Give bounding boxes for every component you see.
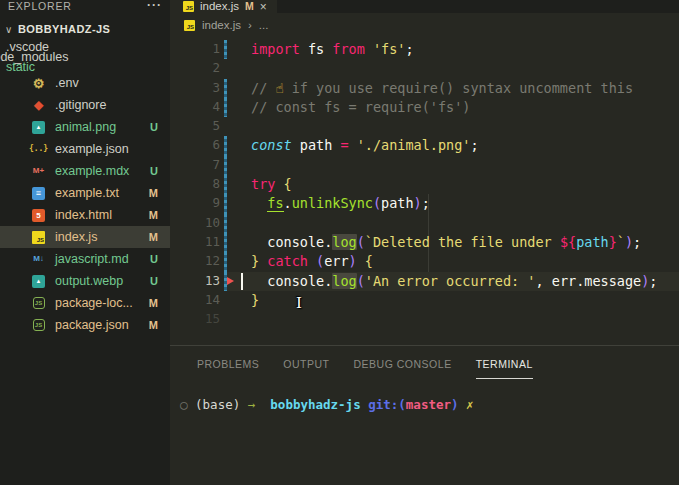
code-line-7[interactable]: 7 (170, 156, 679, 175)
breadcrumb[interactable]: JS index.js › ... (170, 13, 679, 37)
line-number: 11 (170, 234, 220, 249)
tree-item-label: example.txt (55, 186, 119, 200)
code-line-11[interactable]: 11 console.log(`Deleted the file under $… (170, 233, 679, 252)
code-line-6[interactable]: 6const path = './animal.png'; (170, 136, 679, 155)
tree-file-output-webp[interactable]: ▲output.webpU (0, 270, 170, 292)
git-gutter-indicator (224, 252, 227, 271)
bottom-panel: PROBLEMSOUTPUTDEBUG CONSOLETERMINAL ○ (b… (170, 345, 679, 485)
tab-modified-badge: M (245, 0, 254, 12)
tree-file-javascript-md[interactable]: M↓javascript.mdU (0, 248, 170, 270)
code-line-14[interactable]: 14} (170, 291, 679, 310)
line-content: console.log('An error occurred: ', err.m… (251, 272, 657, 291)
tree-file-example-txt[interactable]: ≡example.txtM (0, 182, 170, 204)
code-line-9[interactable]: 9 fs.unlinkSync(path); (170, 194, 679, 213)
breadcrumb-symbol[interactable]: ... (259, 19, 269, 31)
line-content: try { (251, 175, 292, 194)
tree-file-index-html[interactable]: 5index.htmlM (0, 204, 170, 226)
editor-group: JS index.js M × JS index.js › ... 1impor… (170, 0, 679, 485)
line-number: 1 (170, 41, 220, 56)
vscode-window: EXPLORER ··· ∨ BOBBYHADZ-JS ›✕.vscode›no… (0, 0, 679, 485)
tree-file-example-json[interactable]: {..}example.json (0, 138, 170, 160)
terminal-segment-pl: (base) (188, 397, 248, 412)
file-icon-slot: ⚙ (31, 77, 46, 90)
git-status-badge: U (150, 165, 158, 177)
package-icon: JS (33, 319, 45, 331)
file-icon-slot: 5 (31, 209, 46, 222)
js-icon: JS (32, 231, 45, 244)
code-line-15[interactable]: 15 (170, 310, 679, 329)
terminal-prompt[interactable]: ○ (base) → bobbyhadz-js git:(master) ✗ (180, 397, 474, 412)
line-content: } catch (err) { (251, 252, 373, 271)
git-status-badge: M (149, 319, 158, 331)
file-icon-slot: ▲ (31, 121, 46, 134)
file-tree: ›✕.vscode›node_modules›static⚙.env◆.giti… (0, 42, 170, 336)
line-number: 13 (170, 273, 220, 288)
line-content: fs.unlinkSync(path); (251, 194, 430, 213)
json-braces-icon: {..} (29, 145, 48, 153)
tree-file--env[interactable]: ⚙.env (0, 72, 170, 94)
code-line-1[interactable]: 1import fs from 'fs'; (170, 40, 679, 59)
tree-file-package-json[interactable]: JSpackage.jsonM (0, 314, 170, 336)
code-line-13[interactable]: 13 console.log('An error occurred: ', er… (170, 272, 679, 291)
code-area[interactable]: 1import fs from 'fs';23// ☝ if you use r… (170, 40, 679, 329)
terminal-segment-git: ) (451, 397, 459, 412)
breadcrumb-separator-icon: › (248, 19, 252, 31)
env-gear-icon: ⚙ (33, 77, 45, 90)
explorer-more-actions-icon[interactable]: ··· (147, 0, 162, 12)
line-content: // const fs = require('fs') (251, 98, 470, 117)
git-diamond-icon: ◆ (34, 99, 43, 111)
mouse-ibeam-cursor: I (296, 294, 302, 312)
workspace-root-item[interactable]: ∨ BOBBYHADZ-JS (0, 19, 170, 39)
code-line-10[interactable]: 10 (170, 214, 679, 233)
explorer-sidebar: EXPLORER ··· ∨ BOBBYHADZ-JS ›✕.vscode›no… (0, 0, 170, 485)
tab-index-js[interactable]: JS index.js M × (170, 0, 277, 13)
tree-item-label: example.mdx (55, 164, 129, 178)
git-gutter-indicator (224, 175, 227, 194)
tree-file--gitignore[interactable]: ◆.gitignore (0, 94, 170, 116)
terminal-segment-dir: bobbyhadz-js (270, 397, 360, 412)
line-number: 8 (170, 176, 220, 191)
panel-tab-terminal[interactable]: TERMINAL (476, 358, 533, 379)
code-line-4[interactable]: 4// const fs = require('fs') (170, 98, 679, 117)
tree-file-index-js[interactable]: JSindex.jsM (0, 226, 170, 248)
panel-tab-debug-console[interactable]: DEBUG CONSOLE (354, 358, 452, 379)
git-gutter-indicator (224, 136, 227, 155)
panel-tab-problems[interactable]: PROBLEMS (197, 358, 259, 379)
markdown-icon: M↓ (33, 255, 44, 263)
tab-close-icon[interactable]: × (260, 2, 267, 12)
panel-tab-output[interactable]: OUTPUT (283, 358, 329, 379)
git-status-badge: M (149, 209, 158, 221)
editor-tab-bar: JS index.js M × (170, 0, 679, 13)
explorer-title: EXPLORER (8, 0, 72, 12)
text-cursor (241, 273, 243, 290)
file-icon-slot: JS (31, 297, 46, 309)
mdx-icon: M+ (33, 167, 44, 175)
tree-item-label: index.js (55, 230, 97, 244)
code-line-12[interactable]: 12} catch (err) { (170, 252, 679, 271)
code-line-5[interactable]: 5 (170, 117, 679, 136)
tree-file-example-mdx[interactable]: M+example.mdxU (0, 160, 170, 182)
js-file-icon: JS (183, 1, 194, 12)
tree-file-package-loc-[interactable]: JSpackage-loc...M (0, 292, 170, 314)
git-gutter-indicator (224, 79, 227, 98)
line-number: 4 (170, 99, 220, 114)
line-content: // ☝ if you use require() syntax uncomme… (251, 79, 633, 98)
tree-file-animal-png[interactable]: ▲animal.pngU (0, 116, 170, 138)
line-number: 5 (170, 118, 220, 133)
tree-item-label: .env (55, 76, 79, 90)
code-line-3[interactable]: 3// ☝ if you use require() syntax uncomm… (170, 79, 679, 98)
line-number: 6 (170, 137, 220, 152)
file-icon-slot: ◆ (31, 99, 46, 111)
file-icon-slot: M+ (31, 167, 46, 175)
tree-item-label: output.webp (55, 274, 123, 288)
breadcrumb-file[interactable]: index.js (202, 19, 241, 31)
file-icon-slot: JS (31, 319, 46, 331)
terminal-segment-dirty: ✗ (466, 397, 474, 412)
line-number: 12 (170, 253, 220, 268)
git-status-badge: U (150, 253, 158, 265)
tree-folder-static[interactable]: ›static (0, 62, 14, 72)
code-line-2[interactable]: 2 (170, 59, 679, 78)
code-line-8[interactable]: 8try { (170, 175, 679, 194)
tree-item-label: package-loc... (55, 296, 133, 310)
text-doc-icon: ≡ (32, 187, 45, 200)
